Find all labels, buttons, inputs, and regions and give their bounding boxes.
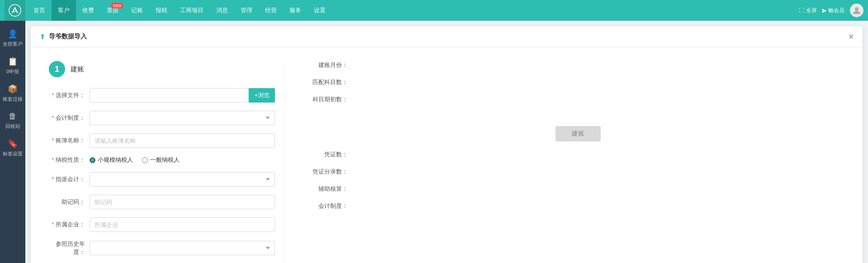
build-month-row: 建账月份： xyxy=(312,61,844,69)
main-content: ⬆ 导爷数据导入 × 1 建账 选择文件： +浏览 xyxy=(25,21,868,263)
nav-item-messages[interactable]: 消息 xyxy=(210,0,234,21)
nav-item-services[interactable]: 服务 xyxy=(283,0,308,21)
nav-item-home[interactable]: 首页 xyxy=(27,0,52,21)
svg-point-0 xyxy=(9,5,21,16)
nav-item-bookkeeping[interactable]: 记账 xyxy=(125,0,149,21)
browse-button[interactable]: +浏览 xyxy=(249,88,275,103)
dialog: ⬆ 导爷数据导入 × 1 建账 选择文件： +浏览 xyxy=(31,26,863,263)
tax-small-radio[interactable] xyxy=(90,157,95,163)
file-label: 选择文件： xyxy=(49,91,90,99)
sidebar-item-all-clients[interactable]: 👤 全部客户 xyxy=(0,24,25,52)
app-logo[interactable] xyxy=(5,0,25,21)
form-section: 1 建账 选择文件： +浏览 会计制度： xyxy=(49,61,275,263)
accountant-row: 指派会计： xyxy=(49,172,275,187)
history-year-label: 参照历史年度： xyxy=(49,240,90,256)
top-nav: 首页 客户 收费 票据 new 记账 报税 工商项目 消息 管理 经营 服务 设… xyxy=(0,0,868,21)
vip-icon: ▶ xyxy=(822,7,826,14)
sidebar-item-recycle[interactable]: 🗑 回收站 xyxy=(0,107,25,134)
subject-initial-row: 科目期初数： xyxy=(312,95,844,103)
dialog-header: ⬆ 导爷数据导入 × xyxy=(31,26,863,47)
nav-menu: 首页 客户 收费 票据 new 记账 报税 工商项目 消息 管理 经营 服务 设… xyxy=(27,0,799,21)
company-input[interactable] xyxy=(90,217,275,232)
avatar[interactable] xyxy=(850,4,863,17)
tax-type-label: 纳税性质： xyxy=(49,156,90,164)
aux-accounting-row: 辅助核算： xyxy=(312,185,844,193)
nav-badge-new: new xyxy=(111,3,123,9)
company-label: 所属企业： xyxy=(49,221,90,229)
create-account-button[interactable]: 建账 xyxy=(555,126,601,141)
accountant-label: 指派会计： xyxy=(49,175,90,183)
memo-label: 助记码： xyxy=(49,198,90,206)
company-row: 所属企业： xyxy=(49,217,275,232)
accounting-system-row: 会计制度： xyxy=(49,111,275,125)
memo-input[interactable] xyxy=(90,195,275,209)
history-year-select[interactable] xyxy=(90,241,275,255)
memo-row: 助记码： xyxy=(49,195,275,209)
sidebar-item-tags[interactable]: 🔖 标签设置 xyxy=(0,134,25,162)
voucher-count-row: 凭证数： xyxy=(312,150,844,159)
aux-accounting-label: 辅助核算： xyxy=(312,185,352,193)
match-subjects-row: 匹配科目数： xyxy=(312,78,844,86)
voucher-entries-row: 凭证分录数： xyxy=(312,168,844,176)
tags-icon: 🔖 xyxy=(8,139,18,149)
vip-btn[interactable]: ▶ 畅会员 xyxy=(822,7,844,14)
accounting-system-select[interactable] xyxy=(90,111,275,125)
nav-right: ⛶ 全屏 ▶ 畅会员 xyxy=(799,4,863,17)
ledger-name-label: 账簿名称： xyxy=(49,136,90,145)
accountant-select[interactable] xyxy=(90,172,275,187)
subject-initial-label: 科目期初数： xyxy=(312,95,352,103)
accounting-system-label: 会计制度： xyxy=(49,114,90,122)
import-icon: ⬆ xyxy=(40,33,45,40)
ledger-name-input[interactable] xyxy=(90,133,275,148)
nav-item-fees[interactable]: 收费 xyxy=(76,0,100,21)
step-circle: 1 xyxy=(49,61,65,77)
zero-report-icon: 📋 xyxy=(8,56,18,66)
recycle-icon: 🗑 xyxy=(9,112,17,121)
history-year-row: 参照历史年度： xyxy=(49,240,275,256)
file-input[interactable] xyxy=(90,88,249,103)
nav-item-management[interactable]: 管理 xyxy=(234,0,259,21)
file-input-group: +浏览 xyxy=(90,88,275,103)
voucher-count-label: 凭证数： xyxy=(312,150,352,159)
tax-general-label[interactable]: 一般纳税人 xyxy=(142,156,180,164)
tax-type-radio-group: 小规模纳税人 一般纳税人 xyxy=(90,156,180,164)
sidebar: 👤 全部客户 📋 0申报 📦 账套迁移 🗑 回收站 🔖 标签设置 xyxy=(0,21,25,263)
nav-item-bills[interactable]: 票据 new xyxy=(100,0,125,21)
tax-small-label[interactable]: 小规模纳税人 xyxy=(90,156,133,164)
nav-item-settings[interactable]: 设置 xyxy=(308,0,332,21)
tax-general-radio[interactable] xyxy=(142,157,148,163)
sidebar-item-migration[interactable]: 📦 账套迁移 xyxy=(0,80,25,107)
dialog-close-button[interactable]: × xyxy=(849,33,854,41)
nav-item-business[interactable]: 工商项目 xyxy=(174,0,210,21)
create-btn-wrapper: 建账 xyxy=(312,117,844,141)
ledger-name-row: 账簿名称： xyxy=(49,133,275,148)
fullscreen-icon: ⛶ xyxy=(799,7,804,14)
step-header: 1 建账 xyxy=(49,61,275,77)
fullscreen-btn[interactable]: ⛶ 全屏 xyxy=(799,7,817,14)
migration-icon: 📦 xyxy=(8,84,18,94)
voucher-entries-label: 凭证分录数： xyxy=(312,168,352,176)
svg-point-1 xyxy=(855,7,859,11)
match-subjects-label: 匹配科目数： xyxy=(312,78,352,86)
step-label: 建账 xyxy=(71,65,84,74)
nav-item-customers[interactable]: 客户 xyxy=(52,0,76,21)
nav-item-operations[interactable]: 经营 xyxy=(259,0,283,21)
dialog-title: 导爷数据导入 xyxy=(49,33,87,41)
all-clients-icon: 👤 xyxy=(8,29,18,39)
sidebar-item-zero-report[interactable]: 📋 0申报 xyxy=(0,52,25,80)
right-accounting-system-label: 会计制度： xyxy=(312,202,352,210)
dialog-body: 1 建账 选择文件： +浏览 会计制度： xyxy=(31,47,863,263)
nav-item-tax[interactable]: 报税 xyxy=(149,0,174,21)
info-section: 建账月份： 匹配科目数： 科目期初数： 建账 凭证数： xyxy=(284,61,844,263)
file-row: 选择文件： +浏览 xyxy=(49,88,275,103)
build-month-label: 建账月份： xyxy=(312,61,352,69)
tax-type-row: 纳税性质： 小规模纳税人 一般纳税人 xyxy=(49,156,275,164)
right-accounting-system-row: 会计制度： xyxy=(312,202,844,210)
